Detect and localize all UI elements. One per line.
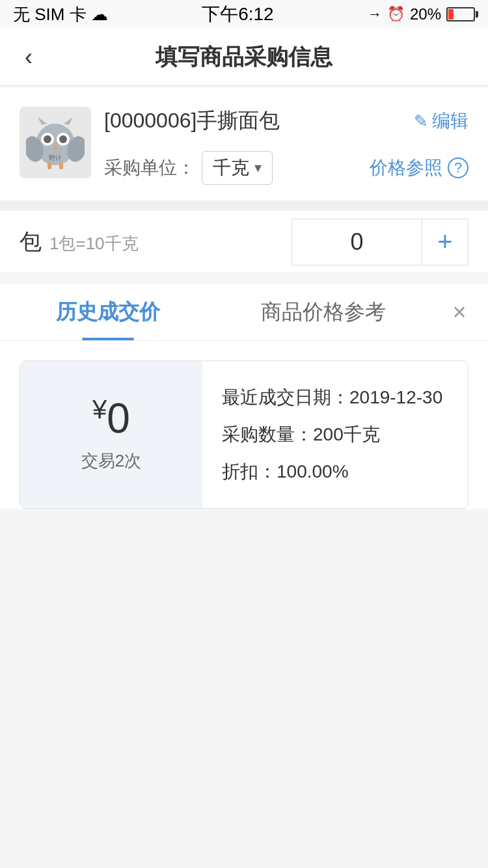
- price-ref-label: 价格参照: [370, 156, 442, 180]
- page-title: 填写商品采购信息: [156, 42, 332, 72]
- purchase-quantity-label: 采购数量：: [222, 424, 313, 444]
- unit-label: 采购单位：: [104, 156, 195, 180]
- back-button[interactable]: ‹: [0, 29, 57, 86]
- status-time: 下午6:12: [202, 2, 274, 27]
- svg-marker-6: [64, 117, 73, 125]
- recent-date-label: 最近成交日期：: [222, 387, 349, 407]
- product-owl-icon: 野计: [26, 113, 85, 172]
- svg-point-4: [59, 135, 67, 143]
- currency-symbol: ¥: [92, 395, 107, 424]
- quantity-plus-button[interactable]: +: [422, 219, 468, 265]
- product-full-name: [0000006]手撕面包: [104, 107, 280, 135]
- edit-icon: ✎: [414, 111, 428, 131]
- tab-history-label: 历史成交价: [56, 298, 160, 327]
- back-arrow-icon: ‹: [25, 46, 33, 69]
- quantity-row: 包 1包=10千克 +: [0, 211, 488, 273]
- unit-left-area: 采购单位： 千克 ▾: [104, 151, 273, 185]
- battery-percent: 20%: [410, 5, 441, 23]
- product-image: 野计: [20, 107, 91, 178]
- svg-marker-5: [38, 117, 47, 125]
- discount-value: 100.00%: [277, 461, 349, 481]
- tab-history-price[interactable]: 历史成交价: [0, 284, 215, 340]
- discount-label: 折扣：: [222, 461, 277, 481]
- dropdown-arrow-icon: ▾: [254, 159, 262, 176]
- section-divider: [0, 200, 488, 211]
- quantity-sub-label: 1包=10千克: [49, 232, 139, 255]
- svg-rect-11: [59, 163, 63, 169]
- status-right-area: → ⏰ 20%: [368, 5, 475, 23]
- price-ref-button[interactable]: 价格参照 ?: [370, 156, 468, 180]
- recent-date-row: 最近成交日期：2019-12-30: [222, 385, 448, 410]
- status-bar: 无 SIM 卡 ☁ 下午6:12 → ⏰ 20%: [0, 0, 488, 29]
- discount-row: 折扣：100.00%: [222, 459, 448, 484]
- svg-text:野计: 野计: [49, 154, 62, 161]
- close-icon: ×: [452, 299, 466, 326]
- price-value: 0: [107, 395, 130, 442]
- purchase-quantity-value: 200千克: [313, 424, 380, 444]
- battery-icon: [446, 7, 475, 21]
- price-card-left: ¥0 交易2次: [20, 361, 202, 508]
- nav-bar: ‹ 填写商品采购信息: [0, 29, 488, 86]
- unit-value: 千克: [213, 156, 249, 180]
- tab-close-button[interactable]: ×: [431, 284, 488, 341]
- tab-header: 历史成交价 商品价格参考 ×: [0, 284, 488, 341]
- transactions-count: 交易2次: [81, 450, 141, 472]
- quantity-label-container: 包 1包=10千克: [20, 227, 291, 257]
- quantity-unit: 包: [20, 227, 42, 257]
- unit-select-dropdown[interactable]: 千克 ▾: [202, 151, 273, 185]
- price-ref-info-icon: ?: [448, 157, 468, 178]
- product-details: [0000006]手撕面包 ✎ 编辑 采购单位： 千克 ▾ 价格参照 ?: [104, 107, 468, 185]
- quantity-input-container: +: [291, 219, 468, 265]
- location-icon: →: [368, 6, 382, 23]
- status-signal: 无 SIM 卡 ☁: [13, 3, 108, 26]
- purchase-quantity-row: 采购数量：200千克: [222, 422, 448, 447]
- edit-button[interactable]: ✎ 编辑: [414, 109, 468, 133]
- product-name-text: 手撕面包: [197, 109, 280, 132]
- price-card-right: 最近成交日期：2019-12-30 采购数量：200千克 折扣：100.00%: [202, 361, 468, 508]
- alarm-icon: ⏰: [387, 6, 405, 23]
- price-amount: ¥0: [92, 396, 130, 439]
- quantity-input-field[interactable]: [291, 219, 422, 265]
- product-unit-row: 采购单位： 千克 ▾ 价格参照 ?: [104, 151, 468, 185]
- svg-point-3: [44, 135, 51, 143]
- tab-product-price-label: 商品价格参考: [261, 298, 386, 327]
- edit-label: 编辑: [432, 109, 468, 133]
- product-name-row: [0000006]手撕面包 ✎ 编辑: [104, 107, 468, 135]
- tab-panel: 历史成交价 商品价格参考 × ¥0 交易2次 最近成交日期：2019-12-30…: [0, 284, 488, 509]
- tab-product-price-ref[interactable]: 商品价格参考: [215, 284, 431, 340]
- recent-date-value: 2019-12-30: [349, 387, 442, 407]
- product-code: [0000006]: [104, 109, 197, 132]
- price-card: ¥0 交易2次 最近成交日期：2019-12-30 采购数量：200千克 折扣：…: [20, 360, 468, 509]
- svg-rect-10: [47, 163, 51, 169]
- product-card: 野计 [0000006]手撕面包 ✎ 编辑 采购单位： 千克 ▾ 价格参照 ?: [0, 87, 488, 200]
